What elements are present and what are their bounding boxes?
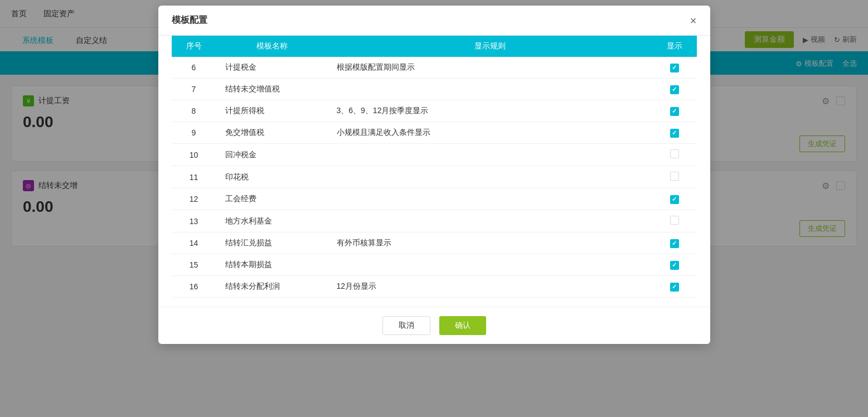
- cancel-button[interactable]: 取消: [382, 316, 430, 335]
- cell-rule: 根据模版配置期间显示: [328, 57, 652, 79]
- show-checkbox[interactable]: [670, 129, 679, 138]
- cell-rule: 小规模且满足收入条件显示: [328, 122, 652, 144]
- cell-show: [652, 254, 697, 276]
- cell-seq: 16: [172, 276, 216, 298]
- cell-name: 计提所得税: [216, 100, 328, 122]
- cell-name: 结转未分配利润: [216, 276, 328, 298]
- cell-show: [652, 100, 697, 122]
- cell-seq: 11: [172, 166, 216, 188]
- table-header: 序号 模板名称 显示规则 显示: [172, 36, 697, 57]
- cell-name: 工会经费: [216, 188, 328, 210]
- modal-overlay: 模板配置 × 序号 模板名称 显示规则 显示 6计提税金根据模版配置期间显示7结…: [0, 0, 868, 417]
- table-row: 12工会经费: [172, 188, 697, 210]
- show-checkbox[interactable]: [670, 107, 679, 116]
- cell-name: 免交增值税: [216, 122, 328, 144]
- cell-rule: [328, 254, 652, 276]
- table-row: 14结转汇兑损益有外币核算显示: [172, 232, 697, 254]
- confirm-button[interactable]: 确认: [439, 316, 486, 335]
- cell-name: 结转本期损益: [216, 254, 328, 276]
- table-row: 9免交增值税小规模且满足收入条件显示: [172, 122, 697, 144]
- cell-show: [652, 210, 697, 232]
- cell-name: 印花税: [216, 166, 328, 188]
- cell-seq: 13: [172, 210, 216, 232]
- show-checkbox[interactable]: [670, 172, 679, 181]
- col-show: 显示: [652, 36, 697, 57]
- template-config-modal: 模板配置 × 序号 模板名称 显示规则 显示 6计提税金根据模版配置期间显示7结…: [158, 6, 710, 344]
- cell-show: [652, 57, 697, 79]
- show-checkbox[interactable]: [670, 85, 679, 94]
- show-checkbox[interactable]: [670, 195, 679, 204]
- cell-show: [652, 188, 697, 210]
- cell-show: [652, 144, 697, 166]
- col-name: 模板名称: [216, 36, 328, 57]
- table-row: 10回冲税金: [172, 144, 697, 166]
- cell-rule: [328, 144, 652, 166]
- cell-name: 结转汇兑损益: [216, 232, 328, 254]
- cell-seq: 15: [172, 254, 216, 276]
- config-table: 序号 模板名称 显示规则 显示 6计提税金根据模版配置期间显示7结转未交增值税8…: [172, 36, 697, 298]
- show-checkbox[interactable]: [670, 216, 679, 225]
- table-row: 16结转未分配利润12月份显示: [172, 276, 697, 298]
- cell-rule: [328, 166, 652, 188]
- cell-name: 地方水利基金: [216, 210, 328, 232]
- cell-show: [652, 232, 697, 254]
- cell-seq: 8: [172, 100, 216, 122]
- show-checkbox[interactable]: [670, 64, 679, 72]
- cell-seq: 9: [172, 122, 216, 144]
- modal-header: 模板配置 ×: [158, 6, 710, 36]
- table-body: 6计提税金根据模版配置期间显示7结转未交增值税8计提所得税3、6、9、12月按季…: [172, 57, 697, 298]
- cell-name: 结转未交增值税: [216, 79, 328, 100]
- cell-seq: 6: [172, 57, 216, 79]
- cell-name: 计提税金: [216, 57, 328, 79]
- show-checkbox[interactable]: [670, 149, 679, 158]
- cell-show: [652, 276, 697, 298]
- cell-seq: 10: [172, 144, 216, 166]
- cell-rule: 12月份显示: [328, 276, 652, 298]
- cell-rule: 有外币核算显示: [328, 232, 652, 254]
- table-row: 15结转本期损益: [172, 254, 697, 276]
- table-row: 11印花税: [172, 166, 697, 188]
- table-row: 6计提税金根据模版配置期间显示: [172, 57, 697, 79]
- table-row: 13地方水利基金: [172, 210, 697, 232]
- cell-show: [652, 79, 697, 100]
- cell-seq: 14: [172, 232, 216, 254]
- cell-name: 回冲税金: [216, 144, 328, 166]
- modal-close-button[interactable]: ×: [690, 15, 697, 26]
- cell-rule: 3、6、9、12月按季度显示: [328, 100, 652, 122]
- cell-rule: [328, 210, 652, 232]
- modal-body: 序号 模板名称 显示规则 显示 6计提税金根据模版配置期间显示7结转未交增值税8…: [158, 36, 710, 307]
- modal-footer: 取消 确认: [158, 307, 710, 344]
- table-row: 7结转未交增值税: [172, 79, 697, 100]
- cell-show: [652, 122, 697, 144]
- col-seq: 序号: [172, 36, 216, 57]
- show-checkbox[interactable]: [670, 239, 679, 248]
- cell-show: [652, 166, 697, 188]
- cell-rule: [328, 188, 652, 210]
- modal-title: 模板配置: [172, 14, 207, 26]
- cell-rule: [328, 79, 652, 100]
- cell-seq: 7: [172, 79, 216, 100]
- cell-seq: 12: [172, 188, 216, 210]
- col-rule: 显示规则: [328, 36, 652, 57]
- table-row: 8计提所得税3、6、9、12月按季度显示: [172, 100, 697, 122]
- show-checkbox[interactable]: [670, 261, 679, 270]
- show-checkbox[interactable]: [670, 283, 679, 292]
